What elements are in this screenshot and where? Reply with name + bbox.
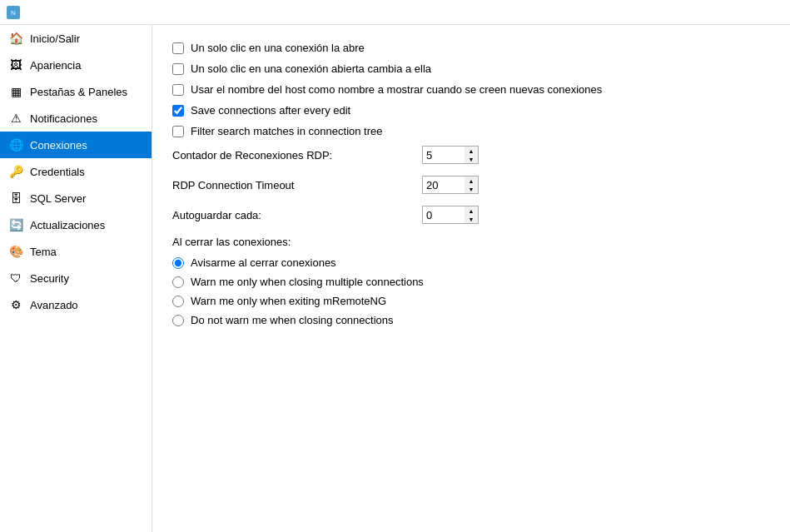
spinner-down-rdp_reconn[interactable]: ▼ [465, 155, 478, 163]
spinner-input-autosave[interactable] [423, 206, 465, 223]
sidebar-item-notificaciones[interactable]: ⚠Notificaciones [0, 105, 152, 132]
field-row-rdp_reconn: Contador de Reconexiones RDP:▲▼ [172, 146, 770, 164]
radio-label-r4[interactable]: Do not warn me when closing connections [191, 314, 394, 326]
pestanas-icon: ▦ [8, 84, 23, 99]
sidebar-item-inicio[interactable]: 🏠Inicio/Salir [0, 25, 152, 52]
checkbox-label-cb3[interactable]: Usar el nombre del host como nombre a mo… [191, 83, 602, 96]
field-label-rdp_timeout: RDP Connection Timeout [172, 179, 414, 191]
sqlserver-icon: 🗄 [8, 191, 23, 206]
conexiones-icon: 🌐 [8, 137, 23, 152]
sidebar-item-avanzado[interactable]: ⚙Avanzado [0, 291, 152, 318]
spinner-wrapper-rdp_timeout: ▲▼ [422, 176, 479, 194]
sidebar-label-avanzado: Avanzado [30, 299, 78, 311]
content-panel: Un solo clic en una conexión la abreUn s… [152, 25, 790, 532]
radio-row-r3: Warn me only when exiting mRemoteNG [172, 295, 770, 307]
spinner-up-rdp_timeout[interactable]: ▲ [465, 177, 478, 185]
spinner-buttons-rdp_reconn: ▲▼ [465, 147, 478, 163]
spinner-down-rdp_timeout[interactable]: ▼ [465, 185, 478, 193]
actualizaciones-icon: 🔄 [8, 217, 23, 232]
field-label-autosave: Autoguardar cada: [172, 209, 414, 221]
sidebar-item-credentials[interactable]: 🔑Credentials [0, 158, 152, 185]
sidebar-label-tema: Tema [30, 246, 57, 258]
radio-label-r1[interactable]: Avisarme al cerrar conexiones [191, 256, 336, 269]
field-label-rdp_reconn: Contador de Reconexiones RDP: [172, 149, 414, 162]
checkbox-row-cb3: Usar el nombre del host como nombre a mo… [172, 83, 770, 96]
checkbox-label-cb1[interactable]: Un solo clic en una conexión la abre [191, 42, 365, 54]
credentials-icon: 🔑 [8, 164, 23, 179]
sidebar-label-conexiones: Conexiones [30, 139, 87, 152]
checkbox-row-cb1: Un solo clic en una conexión la abre [172, 42, 770, 54]
checkbox-row-cb4: Save connections after every edit [172, 104, 770, 117]
tema-icon: 🎨 [8, 244, 23, 259]
sidebar-label-inicio: Inicio/Salir [30, 32, 80, 45]
radio-row-r1: Avisarme al cerrar conexiones [172, 256, 770, 269]
sidebar-item-tema[interactable]: 🎨Tema [0, 238, 152, 265]
security-icon: 🛡 [8, 271, 23, 286]
spinner-buttons-rdp_timeout: ▲▼ [465, 177, 478, 193]
title-bar-controls [665, 0, 783, 25]
sidebar-item-conexiones[interactable]: 🌐Conexiones [0, 132, 152, 158]
sidebar-item-apariencia[interactable]: 🖼Apariencia [0, 52, 152, 78]
radio-r2[interactable] [172, 276, 184, 288]
sidebar-label-actualizaciones: Actualizaciones [30, 219, 105, 231]
checkbox-cb2[interactable] [172, 63, 184, 75]
notificaciones-icon: ⚠ [8, 111, 23, 126]
radio-r4[interactable] [172, 315, 184, 326]
avanzado-icon: ⚙ [8, 297, 23, 312]
sidebar-item-pestanas[interactable]: ▦Pestañas & Paneles [0, 78, 152, 105]
sidebar-label-notificaciones: Notificaciones [30, 112, 97, 125]
sidebar-label-sqlserver: SQL Server [30, 192, 86, 205]
field-row-rdp_timeout: RDP Connection Timeout▲▼ [172, 176, 770, 194]
radio-label-r2[interactable]: Warn me only when closing multiple conne… [191, 276, 424, 288]
radio-row-r4: Do not warn me when closing connections [172, 314, 770, 326]
checkbox-label-cb5[interactable]: Filter search matches in connection tree [191, 125, 383, 137]
checkbox-cb1[interactable] [172, 42, 184, 54]
field-row-autosave: Autoguardar cada:▲▼ [172, 206, 770, 224]
checkbox-row-cb5: Filter search matches in connection tree [172, 125, 770, 137]
restore-button[interactable] [705, 0, 743, 25]
sidebar-item-actualizaciones[interactable]: 🔄Actualizaciones [0, 211, 152, 238]
radio-r3[interactable] [172, 296, 184, 307]
checkbox-cb3[interactable] [172, 84, 184, 96]
checkbox-cb5[interactable] [172, 126, 184, 137]
main-container: 🏠Inicio/Salir🖼Apariencia▦Pestañas & Pane… [0, 25, 790, 532]
sidebar-item-security[interactable]: 🛡Security [0, 265, 152, 291]
sidebar-label-security: Security [30, 272, 69, 285]
checkbox-row-cb2: Un solo clic en una conexión abierta cam… [172, 62, 770, 75]
sidebar-item-sqlserver[interactable]: 🗄SQL Server [0, 185, 152, 211]
spinner-up-rdp_reconn[interactable]: ▲ [465, 147, 478, 155]
sidebar-label-apariencia: Apariencia [30, 59, 81, 72]
sidebar-label-credentials: Credentials [30, 166, 85, 178]
sidebar-label-pestanas: Pestañas & Paneles [30, 86, 127, 98]
spinner-buttons-autosave: ▲▼ [465, 206, 478, 223]
close-button[interactable] [745, 0, 783, 25]
spinner-wrapper-autosave: ▲▼ [422, 206, 479, 224]
spinner-wrapper-rdp_reconn: ▲▼ [422, 146, 479, 164]
checkbox-label-cb2[interactable]: Un solo clic en una conexión abierta cam… [191, 62, 431, 75]
spinner-input-rdp_timeout[interactable] [423, 177, 465, 193]
apariencia-icon: 🖼 [8, 57, 23, 72]
checkbox-label-cb4[interactable]: Save connections after every edit [191, 104, 350, 117]
spinner-down-autosave[interactable]: ▼ [465, 215, 478, 223]
spinner-input-rdp_reconn[interactable] [423, 147, 465, 163]
spinner-up-autosave[interactable]: ▲ [465, 206, 478, 215]
app-icon: N [7, 6, 20, 19]
inicio-icon: 🏠 [8, 31, 23, 46]
minimize-button[interactable] [665, 0, 703, 25]
checkbox-cb4[interactable] [172, 105, 184, 117]
radio-r1[interactable] [172, 257, 184, 269]
sidebar: 🏠Inicio/Salir🖼Apariencia▦Pestañas & Pane… [0, 25, 152, 532]
radio-row-r2: Warn me only when closing multiple conne… [172, 276, 770, 288]
title-bar: N [0, 0, 790, 25]
section-label-close-connections: Al cerrar las conexiones: [172, 236, 770, 248]
radio-label-r3[interactable]: Warn me only when exiting mRemoteNG [191, 295, 386, 307]
svg-text:N: N [11, 9, 16, 17]
